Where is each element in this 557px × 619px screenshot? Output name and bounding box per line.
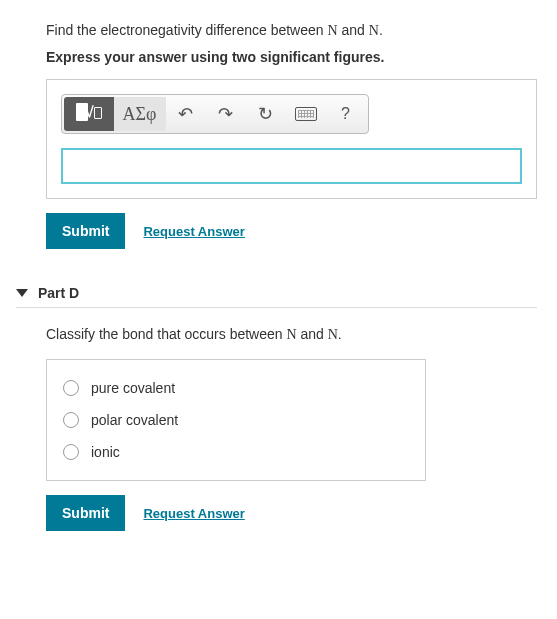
part-d-prompt: Classify the bond that occurs between N … — [46, 324, 537, 345]
q1-var1: N — [327, 23, 337, 38]
pd-var1: N — [286, 327, 296, 342]
pd-text-a: Classify the bond that occurs between — [46, 326, 286, 342]
radio-icon[interactable] — [63, 444, 79, 460]
reset-button[interactable]: ↻ — [246, 97, 286, 131]
redo-icon: ↷ — [218, 103, 233, 125]
pd-text-b: and — [297, 326, 328, 342]
q1-text-b: and — [338, 22, 369, 38]
help-button[interactable]: ? — [326, 97, 366, 131]
submit-button[interactable]: Submit — [46, 213, 125, 249]
radio-icon[interactable] — [63, 412, 79, 428]
q1-submit-row: Submit Request Answer — [46, 213, 537, 249]
part-d-title: Part D — [38, 285, 79, 301]
answer-area: √ ΑΣφ ↶ ↷ ↻ ? — [46, 79, 537, 199]
undo-icon: ↶ — [178, 103, 193, 125]
question-prompt: Find the electronegativity difference be… — [46, 20, 537, 41]
request-answer-link[interactable]: Request Answer — [143, 506, 244, 521]
keyboard-icon — [295, 107, 317, 121]
pd-submit-row: Submit Request Answer — [46, 495, 537, 531]
request-answer-link[interactable]: Request Answer — [143, 224, 244, 239]
option-label: polar covalent — [91, 412, 178, 428]
q1-text-a: Find the electronegativity difference be… — [46, 22, 327, 38]
pd-text-c: . — [338, 326, 342, 342]
options-box: pure covalent polar covalent ionic — [46, 359, 426, 481]
answer-instruction: Express your answer using two significan… — [46, 49, 537, 65]
q1-text-c: . — [379, 22, 383, 38]
option-ionic[interactable]: ionic — [63, 436, 409, 468]
option-label: ionic — [91, 444, 120, 460]
option-polar-covalent[interactable]: polar covalent — [63, 404, 409, 436]
reset-icon: ↻ — [258, 103, 273, 125]
keyboard-button[interactable] — [286, 97, 326, 131]
pd-var2: N — [328, 327, 338, 342]
templates-button[interactable]: √ — [64, 97, 114, 131]
submit-button[interactable]: Submit — [46, 495, 125, 531]
q1-var2: N — [369, 23, 379, 38]
chevron-down-icon — [16, 289, 28, 297]
templates-icon: √ — [76, 103, 102, 125]
answer-input[interactable] — [61, 148, 522, 184]
option-label: pure covalent — [91, 380, 175, 396]
part-d-header[interactable]: Part D — [16, 285, 537, 308]
greek-button[interactable]: ΑΣφ — [114, 97, 166, 131]
option-pure-covalent[interactable]: pure covalent — [63, 372, 409, 404]
radio-icon[interactable] — [63, 380, 79, 396]
redo-button[interactable]: ↷ — [206, 97, 246, 131]
undo-button[interactable]: ↶ — [166, 97, 206, 131]
equation-toolbar: √ ΑΣφ ↶ ↷ ↻ ? — [61, 94, 369, 134]
part-d-section: Part D Classify the bond that occurs bet… — [16, 285, 537, 531]
